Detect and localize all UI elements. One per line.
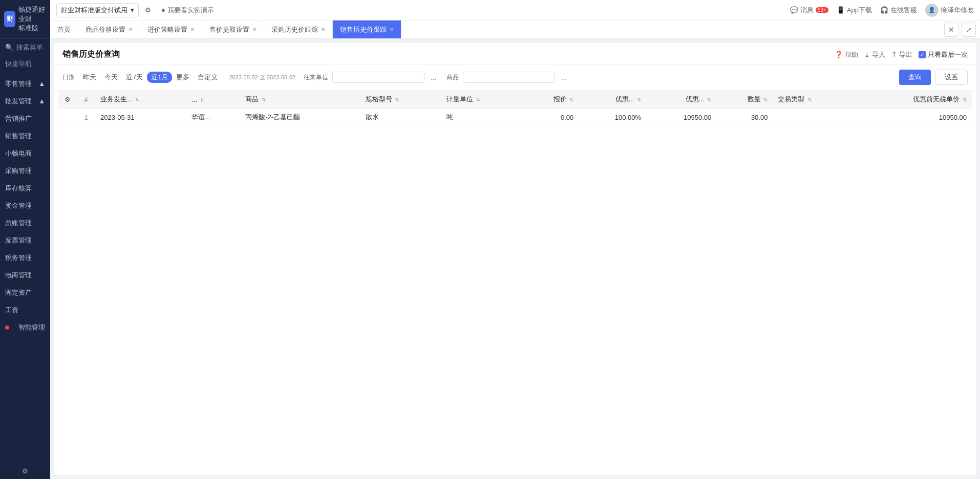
sort-icon-unit: ⇅: [476, 97, 480, 102]
sort-icon-product: ⇅: [262, 97, 266, 102]
tab-sales-history[interactable]: 销售历史价跟踪 ✕: [333, 20, 401, 38]
edition-selector[interactable]: 好业财标准版交付试用 ▾: [56, 3, 139, 17]
source-filter-label: 往来单位: [304, 73, 328, 82]
table-row[interactable]: 1 2023-05-31 华谊... 丙烯酸-2-乙基己酯 散水 吨 0.00 …: [58, 108, 972, 126]
col-discount2[interactable]: 优惠... ⇅: [646, 91, 716, 108]
sort-icon-pretax: ⇅: [963, 97, 967, 102]
topbar-settings-icon[interactable]: ⚙: [143, 4, 153, 16]
content-area: 销售历史价查询 ❓ 帮助 ⤓ 导入 ⤒ 导出 ✓: [50, 39, 980, 479]
date-btn-today[interactable]: 今天: [100, 72, 122, 83]
help-link[interactable]: ❓ 帮助: [835, 50, 858, 59]
sidebar-item-smart[interactable]: 智能管理: [0, 319, 50, 336]
messages-btn[interactable]: 💬 消息 99+: [790, 6, 828, 15]
tab-home[interactable]: 首页: [50, 20, 78, 38]
source-more-btn[interactable]: ...: [429, 74, 438, 81]
col-extra[interactable]: ... ⇅: [186, 91, 240, 108]
close-panel-btn[interactable]: ✕: [944, 23, 958, 37]
settings-icon: ⚙: [22, 467, 28, 475]
only-last-checkbox-wrap[interactable]: ✓ 只看最后一次: [919, 50, 968, 59]
sort-icon-discount2: ⇅: [707, 97, 711, 102]
mobile-icon: 📱: [837, 6, 845, 14]
sidebar-settings-btn[interactable]: ⚙: [0, 463, 50, 479]
date-range-display: 2023-05-02 至 2023-06-02: [229, 74, 295, 81]
tab-close-pricing-strategy[interactable]: ✕: [190, 27, 195, 32]
sidebar-item-ecommerce[interactable]: 电商管理: [0, 267, 50, 284]
date-btn-more[interactable]: 更多: [172, 72, 194, 83]
date-btn-last7[interactable]: 近7天: [122, 72, 147, 83]
search-icon: 🔍: [5, 43, 13, 51]
sidebar-search[interactable]: 🔍 搜索菜单: [0, 39, 50, 56]
page-header: 销售历史价查询 ❓ 帮助 ⤓ 导入 ⤒ 导出 ✓: [54, 43, 976, 64]
product-filter-group: 商品 ...: [446, 72, 569, 83]
settings-button[interactable]: 设置: [935, 70, 968, 85]
date-btn-yesterday[interactable]: 昨天: [79, 72, 100, 83]
table-header-row: ⚙ # 业务发生... ⇅ ... ⇅ 商品: [58, 91, 972, 108]
row-price-cell: 0.00: [522, 108, 579, 126]
date-filter-buttons: 昨天 今天 近7天 近1月 更多 自定义: [79, 72, 222, 83]
demo-link[interactable]: ● 我要看实例演示: [161, 6, 214, 15]
tab-close-sales-history[interactable]: ✕: [390, 27, 394, 32]
app-download-btn[interactable]: 📱 App下载: [837, 6, 872, 15]
product-input[interactable]: [467, 74, 550, 81]
col-product[interactable]: 商品 ⇅: [240, 91, 360, 108]
source-input[interactable]: [337, 74, 420, 81]
col-discount1[interactable]: 优惠... ⇅: [579, 91, 646, 108]
sidebar-item-inventory[interactable]: 库存核算: [0, 180, 50, 197]
sidebar-item-invoice[interactable]: 发票管理: [0, 232, 50, 249]
col-unit[interactable]: 计量单位 ⇅: [441, 91, 522, 108]
row-settings-cell: [58, 108, 77, 126]
sidebar-item-payroll[interactable]: 工资: [0, 301, 50, 319]
sidebar-quick-nav[interactable]: 快捷导航: [0, 56, 50, 71]
sidebar-item-purchase[interactable]: 采购管理: [0, 162, 50, 180]
query-button[interactable]: 查询: [899, 70, 931, 85]
tab-price-extract[interactable]: 售价提取设置 ✕: [202, 20, 264, 38]
export-link[interactable]: ⤒ 导出: [891, 50, 912, 59]
col-spec[interactable]: 规格型号 ⇅: [360, 91, 441, 108]
page-panel: 销售历史价查询 ❓ 帮助 ⤓ 导入 ⤒ 导出 ✓: [54, 43, 976, 475]
sort-icon-discount1: ⇅: [637, 97, 641, 102]
user-menu-btn[interactable]: 👤 徐泽华修改: [925, 4, 974, 17]
sidebar-item-wholesale[interactable]: 批发管理 ▲: [0, 93, 50, 110]
product-filter-label: 商品: [446, 73, 459, 82]
sidebar-item-assets[interactable]: 固定资产: [0, 284, 50, 301]
sidebar-item-finance[interactable]: 资金管理: [0, 197, 50, 214]
tab-price-settings[interactable]: 商品价格设置 ✕: [78, 20, 140, 38]
expand-panel-btn[interactable]: ⤢: [962, 23, 976, 37]
col-settings[interactable]: ⚙: [58, 91, 77, 108]
online-service-btn[interactable]: 🎧 在线客服: [880, 6, 917, 15]
date-btn-last1m[interactable]: 近1月: [147, 72, 172, 83]
tab-pricing-strategy[interactable]: 进价策略设置 ✕: [140, 20, 202, 38]
col-pretax-price[interactable]: 优惠前无税单价 ⇅: [854, 91, 972, 108]
import-link[interactable]: ⤓ 导入: [864, 50, 885, 59]
tab-close-price-extract[interactable]: ✕: [252, 27, 257, 32]
date-btn-custom[interactable]: 自定义: [194, 72, 222, 83]
col-price[interactable]: 报价 ⇅: [522, 91, 579, 108]
col-quantity[interactable]: 数量 ⇅: [716, 91, 773, 108]
col-date[interactable]: 业务发生... ⇅: [95, 91, 186, 108]
sidebar-item-sales[interactable]: 销售管理: [0, 127, 50, 145]
sidebar-item-tax[interactable]: 税务管理: [0, 249, 50, 267]
sort-icon-transaction: ⇅: [807, 97, 812, 102]
sidebar-item-retail[interactable]: 零售管理 ▲: [0, 75, 50, 93]
row-date-cell: 2023-05-31: [95, 108, 186, 126]
row-unit-cell: 吨: [441, 108, 522, 126]
topbar: 好业财标准版交付试用 ▾ ⚙ ● 我要看实例演示 💬 消息 99+ 📱 App下…: [50, 0, 980, 20]
tab-close-price-settings[interactable]: ✕: [129, 27, 133, 32]
tab-close-purchase-history[interactable]: ✕: [321, 27, 325, 32]
tab-purchase-history[interactable]: 采购历史价跟踪 ✕: [264, 20, 333, 38]
sidebar-item-ecommerce-small[interactable]: 小畅电商: [0, 145, 50, 162]
col-transaction-type[interactable]: 交易类型 ⇅: [773, 91, 854, 108]
source-input-wrap: [332, 72, 424, 83]
sidebar-logo: 财 畅捷通好业财 标准版: [0, 0, 50, 39]
sidebar-item-ledger[interactable]: 总账管理: [0, 214, 50, 232]
row-transaction-type-cell: [773, 108, 854, 126]
user-name: 徐泽华修改: [941, 6, 974, 15]
sidebar: 财 畅捷通好业财 标准版 🔍 搜索菜单 快捷导航 零售管理 ▲ 批发管理 ▲ 营…: [0, 0, 50, 479]
product-more-btn[interactable]: ...: [559, 74, 569, 81]
sort-icon-quantity: ⇅: [763, 97, 768, 102]
filter-actions: 查询 设置: [899, 70, 968, 85]
sidebar-item-marketing[interactable]: 营销推广: [0, 110, 50, 127]
table-wrap: ⚙ # 业务发生... ⇅ ... ⇅ 商品: [54, 91, 976, 475]
chevron-down-icon: ▾: [131, 6, 134, 14]
import-icon: ⤓: [864, 51, 870, 58]
